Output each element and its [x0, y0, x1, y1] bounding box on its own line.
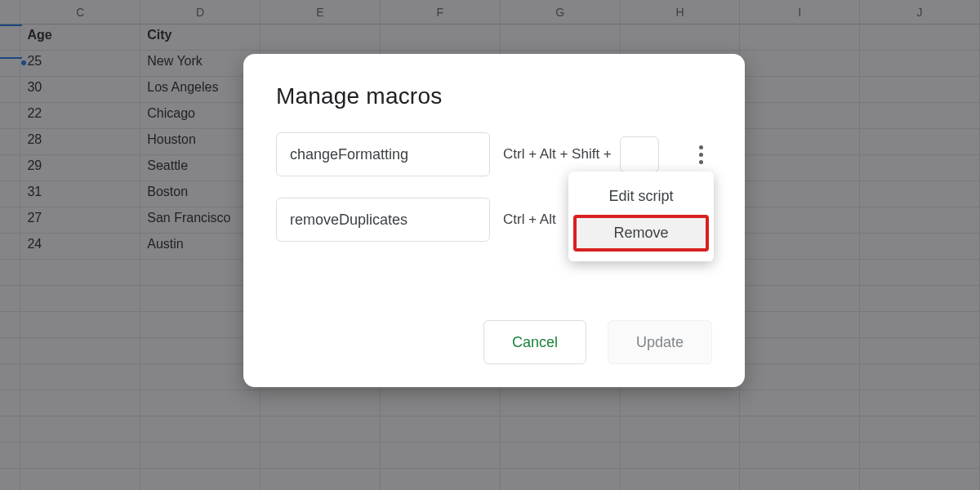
- shortcut-key-input[interactable]: [620, 136, 659, 172]
- dialog-title: Manage macros: [276, 83, 712, 109]
- dialog-footer: Cancel Update: [276, 320, 712, 364]
- update-button[interactable]: Update: [608, 320, 712, 364]
- macro-row: Ctrl + Alt + Shift + Edit script Remove: [276, 132, 712, 176]
- macro-context-menu: Edit script Remove: [568, 172, 714, 261]
- cancel-button[interactable]: Cancel: [483, 320, 586, 364]
- macro-more-button[interactable]: [689, 140, 712, 169]
- menu-item-edit-script[interactable]: Edit script: [568, 180, 714, 213]
- menu-item-remove[interactable]: Remove: [573, 215, 709, 252]
- macro-name-input[interactable]: [276, 198, 490, 242]
- more-vert-icon: [699, 145, 703, 164]
- shortcut-label: Ctrl + Alt: [503, 212, 556, 228]
- shortcut-label: Ctrl + Alt + Shift +: [503, 146, 612, 163]
- manage-macros-dialog: Manage macros Ctrl + Alt + Shift + Edit …: [243, 54, 745, 387]
- macro-name-input[interactable]: [276, 132, 490, 176]
